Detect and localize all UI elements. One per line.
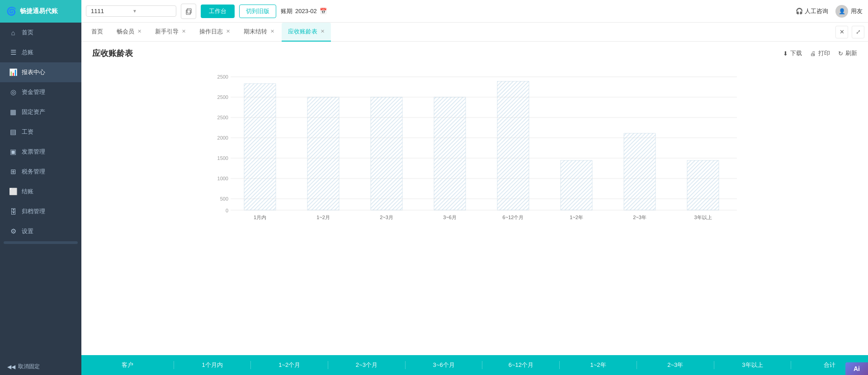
tab-guide-close[interactable]: ✕ [182,28,186,34]
svg-text:2500: 2500 [217,94,228,100]
sidebar-item-invoice[interactable]: ▣ 发票管理 [0,142,81,162]
refresh-button[interactable]: ↻ 刷新 [838,49,857,57]
tab-ar-aging-close[interactable]: ✕ [321,28,325,34]
sidebar-item-close[interactable]: ⬜ 结账 [0,182,81,202]
svg-rect-0 [186,10,190,14]
sidebar-item-funds[interactable]: ◎ 资金管理 [0,82,81,102]
tab-ar-aging[interactable]: 应收账龄表 ✕ [282,23,331,42]
bar-8 [687,160,719,210]
svg-text:1500: 1500 [217,155,228,161]
tab-member[interactable]: 畅会员 ✕ [110,23,148,42]
th-customer: 客户 [81,361,174,369]
sidebar-item-ledger[interactable]: ☰ 总账 [0,42,81,62]
archive-icon: 🗄 [9,208,17,216]
print-button[interactable]: 🖨 打印 [810,49,830,57]
consult-label: 人工咨询 [805,7,828,15]
cancel-fixed-button[interactable]: ◀◀ 取消固定 [0,358,81,375]
headset-icon: 🎧 [796,8,803,14]
pin-icon: ◀◀ [7,364,15,370]
th-1-2year: 1~2年 [560,361,637,369]
expand-tab-button[interactable]: ⤢ [852,26,864,38]
scroll-indicator [4,241,78,244]
workbench-button[interactable]: 工作台 [201,5,235,18]
cancel-fixed-label: 取消固定 [18,363,40,370]
sidebar-item-payroll[interactable]: ▤ 工资 [0,122,81,142]
th-2-3month: 2~3个月 [328,361,406,369]
sidebar-label-funds: 资金管理 [22,88,45,96]
refresh-icon: ↻ [838,50,843,57]
svg-text:2~3月: 2~3月 [380,215,393,220]
copy-button[interactable] [181,4,196,19]
bar-4 [434,97,466,210]
reports-icon: 📊 [9,68,17,76]
tab-member-label: 畅会员 [117,28,134,36]
content-area: 首页 畅会员 ✕ 新手引导 ✕ 操作日志 ✕ 期末结转 ✕ 应收账龄表 ✕ [81,23,868,375]
tab-period-end-label: 期末结转 [244,28,267,36]
tab-period-end-close[interactable]: ✕ [270,28,274,34]
sidebar-item-home[interactable]: ⌂ 首页 [0,23,81,42]
svg-text:3年以上: 3年以上 [694,215,712,220]
period-label: 账期 [281,7,292,15]
svg-text:1月内: 1月内 [254,215,266,220]
svg-rect-1 [187,9,191,13]
page-content: 应收账龄表 ⬇ 下载 🖨 打印 ↻ 刷新 [81,42,868,375]
user-name: 用友 [851,7,863,15]
page-header: 应收账龄表 ⬇ 下载 🖨 打印 ↻ 刷新 [81,42,868,63]
ledger-icon: ☰ [9,48,17,56]
tab-home[interactable]: 首页 [85,23,109,42]
header-right: 🎧 人工咨询 👤 用友 [796,5,863,18]
switch-version-button[interactable]: 切到旧版 [239,5,276,18]
assets-icon: ▦ [9,108,17,116]
company-name: 1111 [91,8,130,14]
print-label: 打印 [818,49,830,57]
sidebar-item-reports[interactable]: 📊 报表中心 [0,62,81,82]
svg-text:2500: 2500 [217,74,228,80]
tab-oplog[interactable]: 操作日志 ✕ [193,23,236,42]
th-3plus-year: 3年以上 [714,361,792,369]
bar-3 [371,97,402,210]
svg-text:2000: 2000 [217,135,228,141]
sidebar-item-archive[interactable]: 🗄 归档管理 [0,202,81,221]
close-period-icon: ⬜ [9,188,17,196]
download-label: 下载 [790,49,802,57]
tab-bar: 首页 畅会员 ✕ 新手引导 ✕ 操作日志 ✕ 期末结转 ✕ 应收账龄表 ✕ [81,23,868,42]
sidebar-label-home: 首页 [22,28,33,37]
user-area[interactable]: 👤 用友 [835,5,863,18]
period-value: 2023-02 [295,8,317,14]
svg-text:2500: 2500 [217,115,228,120]
tab-oplog-label: 操作日志 [199,28,223,36]
consult-button[interactable]: 🎧 人工咨询 [796,7,828,15]
tab-period-end[interactable]: 期末结转 ✕ [237,23,281,42]
sidebar: ⌂ 首页 ☰ 总账 📊 报表中心 ◎ 资金管理 ▦ 固定资产 ▤ 工资 ▣ 发票… [0,23,81,375]
download-button[interactable]: ⬇ 下载 [783,49,802,57]
logo-icon: 🌀 [6,6,16,16]
invoice-icon: ▣ [9,148,17,156]
print-icon: 🖨 [810,50,816,57]
sidebar-item-assets[interactable]: ▦ 固定资产 [0,102,81,122]
tab-member-close[interactable]: ✕ [137,28,142,34]
sidebar-label-tax: 税务管理 [22,168,45,176]
company-select[interactable]: 1111 ▼ [86,5,176,17]
sidebar-label-reports: 报表中心 [22,68,45,76]
page-actions: ⬇ 下载 🖨 打印 ↻ 刷新 [783,49,857,57]
settings-icon: ⚙ [9,227,17,235]
close-all-tabs-button[interactable]: ✕ [835,26,848,38]
calendar-icon[interactable]: 📅 [320,8,327,14]
tab-guide[interactable]: 新手引导 ✕ [149,23,192,42]
th-1-2month: 1~2个月 [251,361,328,369]
logo-text: 畅捷通易代账 [20,7,58,15]
bar-6 [561,160,592,210]
svg-text:3~6月: 3~6月 [443,215,457,220]
payroll-icon: ▤ [9,128,17,136]
tab-oplog-close[interactable]: ✕ [226,28,230,34]
th-6-12month: 6~12个月 [482,361,560,369]
bar-2 [307,97,339,210]
user-avatar: 👤 [835,5,848,18]
sidebar-item-settings[interactable]: ⚙ 设置 [0,221,81,241]
home-icon: ⌂ [9,29,17,37]
sidebar-item-tax[interactable]: ⊞ 税务管理 [0,162,81,182]
ai-badge[interactable]: Ai [845,362,868,375]
svg-text:1000: 1000 [217,176,228,181]
table-header: 客户 1个月内 1~2个月 2~3个月 3~6个月 6~12个月 1~2年 2~… [81,355,868,375]
svg-text:0: 0 [226,208,228,213]
